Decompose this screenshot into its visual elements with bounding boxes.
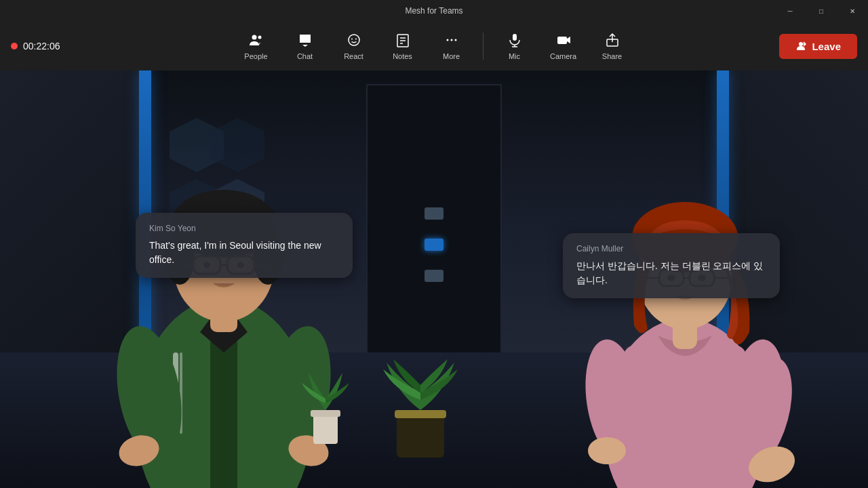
react-label: React [344,52,363,60]
maximize-button[interactable]: □ [806,0,837,22]
plant-right [380,325,461,461]
door-btn-3 [425,270,443,282]
leave-button[interactable]: Leave [779,34,857,59]
toolbar-center: People Chat Reac [233,24,635,68]
svg-point-52 [588,437,626,464]
speaker-name-right: Cailyn Muller [576,244,766,253]
svg-point-5 [351,38,353,39]
svg-rect-68 [397,413,444,458]
svg-rect-17 [557,37,567,44]
speech-bubble-right: Cailyn Muller 만나서 반갑습니다. 저는 더블린 오피스에 있습니… [563,233,780,298]
svg-point-13 [454,39,456,41]
toolbar-right: Leave [779,34,857,59]
camera-icon [556,33,571,49]
main-scene: Kim So Yeon That's great, I'm in Seoul v… [0,70,868,488]
mic-label: Mic [509,52,520,60]
svg-point-6 [355,38,357,39]
title-bar: Mesh for Teams ─ □ ✕ [0,0,868,22]
react-icon [347,33,361,49]
recording-dot [11,43,18,49]
chat-button[interactable]: Chat [282,24,328,68]
svg-rect-67 [311,410,340,417]
mic-icon [507,33,522,49]
plant-left [298,352,353,447]
recording-time: 00:22:06 [23,41,60,52]
speech-text-left: That's great, I'm in Seoul visiting the … [149,239,339,267]
speech-text-right: 만나서 반갑습니다. 저는 더블린 오피스에 있습니다. [576,259,766,287]
close-button[interactable]: ✕ [837,0,868,22]
share-button[interactable]: Share [589,24,635,68]
leave-label: Leave [812,41,841,52]
more-label: More [443,52,460,60]
svg-point-0 [252,35,256,39]
door-btn-2 [425,239,443,251]
camera-button[interactable]: Camera [540,24,587,68]
minimize-button[interactable]: ─ [774,0,806,22]
toolbar-divider [483,33,484,60]
people-icon [249,33,264,49]
camera-label: Camera [550,52,576,60]
share-icon [605,33,620,49]
svg-rect-48 [624,346,746,488]
leave-icon [795,41,806,52]
chat-label: Chat [297,52,313,60]
more-button[interactable]: More [429,24,475,68]
notes-label: Notes [393,52,412,60]
svg-rect-66 [313,413,338,444]
notes-icon [395,33,410,49]
door-btn-1 [425,207,443,220]
svg-point-11 [446,39,448,41]
svg-point-4 [349,35,359,45]
people-button[interactable]: People [233,24,279,68]
toolbar: 00:22:06 People [0,22,868,70]
svg-rect-14 [513,34,517,41]
app-title: Mesh for Teams [405,6,462,16]
door-controls [425,207,443,282]
svg-point-1 [258,35,261,39]
mic-button[interactable]: Mic [492,24,538,68]
more-icon [444,33,459,49]
share-label: Share [602,52,622,60]
speaker-name-left: Kim So Yeon [149,224,339,233]
speech-bubble-left: Kim So Yeon That's great, I'm in Seoul v… [136,213,353,278]
notes-button[interactable]: Notes [380,24,426,68]
recording-indicator: 00:22:06 [11,41,60,52]
svg-rect-69 [395,410,446,418]
react-button[interactable]: React [331,24,377,68]
chat-icon [298,33,313,49]
window-controls: ─ □ ✕ [774,0,868,22]
svg-point-12 [450,39,452,41]
people-label: People [244,52,267,60]
